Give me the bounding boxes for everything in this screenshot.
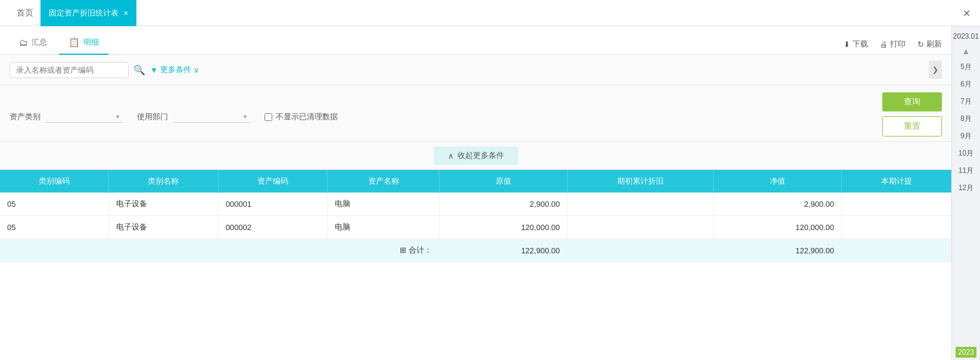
month-5[interactable]: 5月 [952, 58, 980, 76]
th-asset-code: 资产编码 [218, 170, 328, 193]
table-cell: 000002 [218, 216, 328, 239]
filter-icon: ▼ [150, 66, 158, 75]
collapse-button[interactable]: ∧ 收起更多条件 [434, 147, 518, 165]
subtotal-cell [842, 239, 951, 262]
subtotal-cell [0, 239, 108, 262]
subtotal-cell: ⊞ 合计： [328, 239, 440, 262]
download-button[interactable]: ⬇ 下载 [844, 39, 868, 49]
year-badge[interactable]: 2023 [956, 347, 976, 358]
th-period-depreciation: 本期计提 [842, 170, 951, 193]
more-filter-button[interactable]: ▼ 更多条件 ∨ [150, 64, 200, 75]
refresh-label: 刷新 [926, 39, 942, 49]
summary-icon: 🗂 [19, 38, 28, 48]
reset-button[interactable]: 重置 [882, 116, 942, 136]
table-cell: 05 [0, 193, 108, 216]
table-cell: 05 [0, 216, 108, 239]
tab-summary-label: 汇总 [32, 37, 47, 48]
asset-type-filter: 资产类别 [10, 111, 123, 123]
scroll-up-button[interactable]: ▲ [960, 44, 973, 58]
collapse-row: ∧ 收起更多条件 [0, 142, 951, 170]
th-category-code: 类别编码 [0, 170, 108, 193]
search-bar: 🔍 ▼ 更多条件 ∨ ❯ [0, 55, 951, 85]
filter-buttons: 查询 重置 [882, 92, 942, 141]
department-select[interactable] [173, 111, 250, 123]
table-cell: 2,900.00 [439, 193, 567, 216]
no-cleared-label[interactable]: 不显示已清理数据 [276, 111, 338, 122]
tab-summary[interactable]: 🗂 汇总 [10, 32, 57, 55]
th-category-name: 类别名称 [108, 170, 218, 193]
asset-type-select-wrap [45, 111, 123, 123]
subtotal-cell: 122,900.00 [439, 239, 567, 262]
window-close-button[interactable]: ✕ [963, 7, 970, 18]
department-filter: 使用部门 [137, 111, 250, 123]
nav-tab-close[interactable]: × [123, 9, 128, 17]
table-cell: 电子设备 [108, 216, 218, 239]
th-asset-name: 资产名称 [328, 170, 440, 193]
table-header-row: 类别编码 类别名称 资产编码 资产名称 原值 期初累计折旧 净值 本期计提 [0, 170, 951, 193]
date-label: 2023.01 [953, 29, 979, 44]
tabs-left: 🗂 汇总 📋 明细 [10, 32, 108, 54]
download-label: 下载 [853, 39, 868, 49]
more-filter-chevron: ∨ [194, 66, 200, 75]
query-button[interactable]: 查询 [882, 92, 942, 111]
expand-sidebar-button[interactable]: ❯ [929, 61, 942, 79]
nav-tab-fixed-assets[interactable]: 固定资产折旧统计表 × [41, 0, 136, 26]
nav-home[interactable]: 首页 [10, 8, 41, 18]
nav-tab-label: 固定资产折旧统计表 [49, 8, 119, 18]
table-cell: 电子设备 [108, 193, 218, 216]
month-9[interactable]: 9月 [952, 128, 980, 145]
table-cell: 120,000.00 [714, 216, 842, 239]
print-icon: 🖨 [880, 40, 888, 49]
month-10[interactable]: 10月 [952, 145, 980, 162]
collapse-label: 收起更多条件 [458, 150, 504, 161]
month-7[interactable]: 7月 [952, 93, 980, 110]
asset-type-select[interactable] [45, 111, 123, 123]
collapse-icon: ∧ [448, 151, 454, 160]
print-button[interactable]: 🖨 打印 [880, 39, 906, 49]
print-label: 打印 [890, 39, 906, 49]
toolbar-tabs: 🗂 汇总 📋 明细 ⬇ 下载 🖨 打印 ↻ [0, 26, 951, 55]
download-icon: ⬇ [844, 40, 850, 49]
month-12[interactable]: 12月 [952, 179, 980, 197]
subtotal-cell [108, 239, 218, 262]
refresh-icon: ↻ [917, 40, 924, 49]
search-icon[interactable]: 🔍 [133, 64, 145, 76]
asset-type-label: 资产类别 [10, 111, 41, 122]
detail-icon: 📋 [69, 37, 80, 48]
refresh-button[interactable]: ↻ 刷新 [917, 39, 942, 49]
table-cell: 电脑 [328, 193, 440, 216]
no-cleared-checkbox[interactable] [265, 113, 272, 121]
table-cell [842, 216, 951, 239]
month-6[interactable]: 6月 [952, 76, 980, 93]
table-cell [842, 193, 951, 216]
table-cell: 2,900.00 [714, 193, 842, 216]
toolbar-right: ⬇ 下载 🖨 打印 ↻ 刷新 [844, 39, 942, 54]
search-bar-wrap: 🔍 ▼ 更多条件 ∨ ❯ [0, 55, 951, 85]
left-panel: 🗂 汇总 📋 明细 ⬇ 下载 🖨 打印 ↻ [0, 26, 951, 360]
department-select-wrap [173, 111, 250, 123]
th-net-value: 净值 [714, 170, 842, 193]
table-wrap: 类别编码 类别名称 资产编码 资产名称 原值 期初累计折旧 净值 本期计提 05… [0, 170, 951, 360]
table-row: 05电子设备000002电脑120,000.00120,000.00 [0, 216, 951, 239]
month-11[interactable]: 11月 [952, 162, 980, 179]
table-cell [567, 216, 714, 239]
department-label: 使用部门 [137, 111, 168, 122]
subtotal-row: ⊞ 合计：122,900.00122,900.00 [0, 239, 951, 262]
search-input[interactable] [10, 62, 129, 78]
tab-detail[interactable]: 📋 明细 [59, 32, 108, 55]
table-cell: 000001 [218, 193, 328, 216]
top-nav: 首页 固定资产折旧统计表 × ✕ [0, 0, 980, 26]
month-8[interactable]: 8月 [952, 110, 980, 128]
subtotal-cell: 122,900.00 [714, 239, 842, 262]
data-table: 类别编码 类别名称 资产编码 资产名称 原值 期初累计折旧 净值 本期计提 05… [0, 170, 951, 262]
table-row: 05电子设备000001电脑2,900.002,900.00 [0, 193, 951, 216]
filter-area: 资产类别 使用部门 [0, 85, 951, 142]
table-cell: 120,000.00 [439, 216, 567, 239]
subtotal-cell [218, 239, 328, 262]
right-sidebar: 2023.01 ▲ 5月 6月 7月 8月 9月 10月 11月 12月 202… [951, 26, 980, 360]
table-cell: 电脑 [328, 216, 440, 239]
table-cell [567, 193, 714, 216]
main-content: 🗂 汇总 📋 明细 ⬇ 下载 🖨 打印 ↻ [0, 26, 980, 360]
tab-detail-label: 明细 [83, 37, 99, 48]
no-cleared-filter: 不显示已清理数据 [265, 111, 338, 122]
